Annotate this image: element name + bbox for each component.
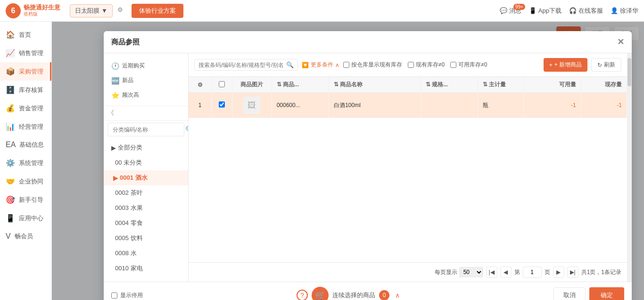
logo-sub: 搭档版 <box>24 11 60 17</box>
search-magnify-icon: 🔍 <box>286 61 294 68</box>
show-disabled-checkbox[interactable]: 显示停用 <box>111 292 143 300</box>
cat-uncategorized[interactable]: 00 未分类 <box>104 155 188 170</box>
sidebar-item-system[interactable]: ⚙️ 系统管理 <box>0 154 51 172</box>
purchase-icon: 📦 <box>6 67 15 76</box>
sidebar-item-collab[interactable]: 🤝 企业协同 <box>0 172 51 191</box>
sidebar-item-inventory[interactable]: 🗄️ 库存核算 <box>0 81 51 99</box>
row-unit: 瓶 <box>478 93 524 118</box>
page-size-select[interactable]: 50 20 100 <box>459 267 483 277</box>
cancel-button[interactable]: 取消 <box>553 287 586 300</box>
sidebar-item-purchase[interactable]: 📦 采购管理 <box>0 62 51 81</box>
sidebar-item-home[interactable]: 🏠 首页 <box>0 25 51 44</box>
inventory-icon: 🗄️ <box>6 85 15 94</box>
page-suffix: 页 <box>545 268 550 276</box>
show-disabled-input[interactable] <box>111 292 117 299</box>
checkbox-nonzero-stock-input[interactable] <box>408 62 414 68</box>
sidebar-label-apps: 应用中心 <box>19 214 43 223</box>
cat-liquor[interactable]: ▶ 0001 酒水 <box>104 170 188 185</box>
sidebar-item-finance[interactable]: 💰 资金管理 <box>0 99 51 117</box>
company-dropdown[interactable]: 日太阳膜 ▼ <box>70 4 113 17</box>
messages-btn[interactable]: 💬 消息 99+ <box>500 7 521 15</box>
more-filters-btn[interactable]: 🔽 更多条件 ∧ <box>302 61 339 69</box>
row-checkbox[interactable] <box>219 101 225 108</box>
quick-nav: 🕐 近期购买 🆕 新品 ⭐ 频次高 <box>104 57 188 106</box>
sidebar-item-member[interactable]: V 畅会员 <box>0 227 51 245</box>
checkbox-nonzero-avail[interactable]: 可用库存≠0 <box>450 61 487 69</box>
checkbox-show-stock[interactable]: 按仓库显示现有库存 <box>343 61 402 69</box>
last-page-btn[interactable]: ▶| <box>567 267 578 278</box>
category-search-input[interactable] <box>113 126 183 133</box>
checkbox-nonzero-stock[interactable]: 现有库存≠0 <box>408 61 445 69</box>
confirm-button[interactable]: 确定 <box>589 287 624 300</box>
sidebar-item-sales[interactable]: 📈 销售管理 <box>0 44 51 62</box>
home-icon: 🏠 <box>6 30 15 39</box>
recent-purchase-item[interactable]: 🕐 近期购买 <box>107 59 184 73</box>
sidebar-item-basic[interactable]: EA 基础信息 <box>0 136 51 154</box>
cat-fruit[interactable]: 0003 水果 <box>104 200 188 216</box>
page-label: 第 <box>514 268 520 276</box>
settings-icon[interactable]: ⚙ <box>117 6 127 16</box>
frequent-item[interactable]: ⭐ 频次高 <box>107 88 184 102</box>
sidebar-label-system: 系统管理 <box>19 159 43 167</box>
prev-page-btn[interactable]: ◀ <box>500 267 512 278</box>
cart-expand-btn[interactable]: ∧ <box>395 292 400 299</box>
active-arrow-icon: ▶ <box>113 175 118 182</box>
add-product-btn[interactable]: + + 新增商品 <box>544 58 587 72</box>
pagination: 每页显示 50 20 100 |◀ ◀ 第 页 ▶ <box>189 262 627 282</box>
next-page-btn[interactable]: ▶ <box>553 267 564 278</box>
frequent-label: 频次高 <box>122 91 139 99</box>
cat-water[interactable]: 0008 水 <box>104 246 188 261</box>
sidebar-item-guide[interactable]: 🎯 新手引导 <box>0 191 51 209</box>
col-header-spec: ⇅ 规格... <box>421 77 478 93</box>
scroll-track <box>627 53 632 282</box>
footer-actions: 取消 确定 <box>553 287 624 300</box>
row-checkbox-cell <box>212 93 232 118</box>
apps-icon: 📱 <box>6 214 15 223</box>
cat-snacks[interactable]: 0004 零食 <box>104 216 188 231</box>
sidebar: 🏠 首页 📈 销售管理 📦 采购管理 🗄️ 库存核算 💰 资金管理 📊 经营管理… <box>0 22 52 300</box>
help-icon[interactable]: ? <box>297 290 308 300</box>
col-header-available: 可用量 <box>524 77 581 93</box>
cat-all[interactable]: ▶ 全部分类 <box>104 140 188 155</box>
sidebar-item-apps[interactable]: 📱 应用中心 <box>0 209 51 227</box>
table-row[interactable]: 1 🖼 000600... 白酒100ml <box>189 93 627 118</box>
collapse-panel-btn[interactable]: 《 <box>107 109 114 117</box>
select-all-checkbox[interactable] <box>219 81 225 87</box>
col-header-code: ⇅ 商品... <box>272 77 329 93</box>
checkbox-show-stock-input[interactable] <box>343 62 349 68</box>
cart-icon[interactable]: 🛒 <box>312 287 329 300</box>
cat-all-label: 全部分类 <box>118 143 142 152</box>
new-icon: 🆕 <box>111 77 119 84</box>
first-page-btn[interactable]: |◀ <box>486 267 497 278</box>
product-search-input[interactable] <box>198 62 284 68</box>
cta-button[interactable]: 体验行业方案 <box>132 4 183 18</box>
filter-label: 更多条件 <box>311 61 333 69</box>
cat-tea[interactable]: 0002 茶叶 <box>104 185 188 200</box>
user-menu[interactable]: 👤 徐泽华 <box>611 7 638 15</box>
search-icon: 🔍 <box>185 126 189 133</box>
sidebar-label-home: 首页 <box>19 31 31 39</box>
modal-close-button[interactable]: ✕ <box>617 37 624 47</box>
row-name: 白酒100ml <box>329 93 421 118</box>
topnav-right: 💬 消息 99+ 📱 App下载 🎧 在线客服 👤 徐泽华 <box>500 7 638 15</box>
message-icon: 💬 <box>500 7 507 14</box>
checkbox-nonzero-avail-input[interactable] <box>450 62 456 68</box>
scroll-thumb[interactable] <box>627 58 631 86</box>
modal-header: 商品参照 ✕ <box>104 31 632 53</box>
cat-appliances[interactable]: 0010 家电 <box>104 261 188 276</box>
clock-icon: 🕐 <box>111 62 119 70</box>
page-size-selector: 每页显示 50 20 100 <box>435 267 483 277</box>
table-body: 1 🖼 000600... 白酒100ml <box>189 93 627 118</box>
main-layout: 🏠 首页 📈 销售管理 📦 采购管理 🗄️ 库存核算 💰 资金管理 📊 经营管理… <box>0 22 644 300</box>
refresh-btn[interactable]: ↻ 刷新 <box>591 58 621 72</box>
page-number-input[interactable] <box>523 267 542 278</box>
new-products-item[interactable]: 🆕 新品 <box>107 74 184 87</box>
sidebar-item-operations[interactable]: 📊 经营管理 <box>0 117 51 136</box>
table-settings-icon[interactable]: ⚙ <box>198 82 203 88</box>
system-icon: ⚙️ <box>6 158 15 167</box>
cat-appliances-label: 0010 家电 <box>115 264 143 273</box>
customer-service-btn[interactable]: 🎧 在线客服 <box>569 7 603 15</box>
cat-drinks[interactable]: 0005 饮料 <box>104 231 188 246</box>
cart-count: 0 <box>379 290 389 300</box>
app-download-btn[interactable]: 📱 App下载 <box>529 7 561 15</box>
